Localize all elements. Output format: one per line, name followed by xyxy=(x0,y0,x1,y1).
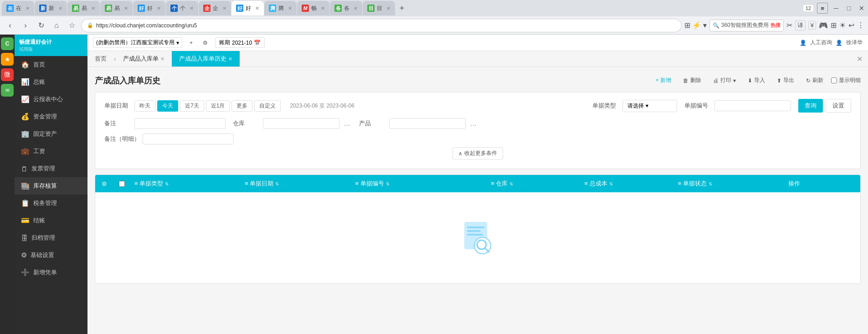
delete-button[interactable]: 🗑 删除 xyxy=(679,74,705,87)
sidebar-icon-3[interactable]: 微 xyxy=(1,68,14,81)
th-checkbox[interactable] xyxy=(113,177,130,190)
translate-icon[interactable]: 译 xyxy=(795,21,806,31)
product-input[interactable] xyxy=(389,118,466,129)
warehouse-dots[interactable]: ... xyxy=(342,119,352,128)
export-button[interactable]: ⬆ 导出 xyxy=(773,74,798,87)
date-btn-today[interactable]: 今天 xyxy=(157,100,178,112)
select-all-checkbox[interactable] xyxy=(119,181,125,187)
date-btn-more[interactable]: 更多 xyxy=(231,100,252,112)
sidebar-item-checkout[interactable]: 💳 结账 xyxy=(15,212,87,229)
period-badge[interactable]: 账期 2021-10 📅 xyxy=(215,37,265,48)
tab-8-close[interactable]: ✕ xyxy=(255,5,259,11)
refresh-button[interactable]: ↻ xyxy=(35,19,47,32)
breadcrumb-tab-1-close[interactable]: ✕ xyxy=(160,56,164,62)
breadcrumb-tab-1[interactable]: 产成品入库单 ✕ xyxy=(116,51,172,67)
tab-list-button[interactable]: ≡ xyxy=(817,3,828,14)
sidebar-icon-4[interactable]: ✉ xyxy=(1,84,14,97)
tab-1[interactable]: 在 在 ✕ xyxy=(2,1,34,15)
sidebar-item-basic[interactable]: ⚙ 基础设置 xyxy=(15,247,87,264)
breadcrumb-tab-2-close[interactable]: ✕ xyxy=(228,56,232,62)
breadcrumb-home[interactable]: 首页 xyxy=(87,51,114,67)
sidebar-item-home[interactable]: 🏠 首页 xyxy=(15,56,87,73)
close-button[interactable]: ✕ xyxy=(857,4,866,13)
tab-5-close[interactable]: ✕ xyxy=(157,5,161,11)
th-doc-type[interactable]: ≡ 单据类型 ⇅ xyxy=(130,176,240,191)
tab-10[interactable]: M 畅 ✕ xyxy=(297,1,329,15)
search-box[interactable]: 🔍 360智能抠图免费用 热搜 xyxy=(709,20,784,31)
sidebar-item-tax[interactable]: 📋 税务管理 xyxy=(15,195,87,212)
notes-detail-input[interactable] xyxy=(143,134,234,144)
lightning-icon[interactable]: ⚡ xyxy=(692,21,701,30)
forward-button[interactable]: › xyxy=(19,19,32,32)
dropdown-icon[interactable]: ▾ xyxy=(703,21,707,30)
refresh-button[interactable]: ↻ 刷新 xyxy=(802,74,827,87)
tab-2[interactable]: 新 新 ✕ xyxy=(35,1,67,15)
date-btn-yesterday[interactable]: 昨天 xyxy=(134,100,155,112)
tab-2-close[interactable]: ✕ xyxy=(58,5,62,11)
tab-7-close[interactable]: ✕ xyxy=(222,5,226,11)
sidebar-item-fund[interactable]: 💰 资金管理 xyxy=(15,108,87,125)
grid-icon[interactable]: ⊞ xyxy=(684,21,690,30)
tab-7[interactable]: 企 企 ✕ xyxy=(199,1,231,15)
new-button[interactable]: + 新增 xyxy=(652,74,675,87)
tab-9[interactable]: 腾 腾 ✕ xyxy=(264,1,297,15)
sidebar-item-new-entry[interactable]: ➕ 新增凭单 xyxy=(15,264,87,281)
th-warehouse[interactable]: ≡ 仓库 ⇅ xyxy=(486,176,580,191)
undo-icon[interactable]: ↩ xyxy=(848,21,854,30)
tab-6[interactable]: 个 个 ✕ xyxy=(166,1,198,15)
sidebar-item-cloud-report[interactable]: 📈 云报表中心 xyxy=(15,91,87,108)
product-dots[interactable]: ... xyxy=(468,119,478,128)
notes-input[interactable] xyxy=(134,118,226,129)
sidebar-item-invoice[interactable]: 🗒 发票管理 xyxy=(15,160,87,177)
th-doc-no[interactable]: ≡ 单据编号 ⇅ xyxy=(350,176,486,191)
sidebar-item-archive[interactable]: 🗄 归档管理 xyxy=(15,229,87,247)
import-button[interactable]: ⬇ 导入 xyxy=(744,74,769,87)
tab-10-close[interactable]: ✕ xyxy=(321,5,325,11)
new-tab-button[interactable]: + xyxy=(395,2,408,15)
tab-6-close[interactable]: ✕ xyxy=(190,5,194,11)
sidebar-item-inventory[interactable]: 🏬 库存核算 xyxy=(15,177,87,195)
tab-5[interactable]: 好 好 ✕ xyxy=(133,1,165,15)
print-button[interactable]: 🖨 打印 ▾ xyxy=(709,74,740,87)
tab-8[interactable]: 好 好 ✕ xyxy=(231,1,264,15)
settings-button[interactable]: ⚙ xyxy=(200,39,211,47)
collapse-button[interactable]: ∧ 收起更多条件 xyxy=(452,147,503,159)
panel-close-btn[interactable]: ✕ xyxy=(857,55,868,63)
doc-no-input[interactable] xyxy=(714,100,791,111)
date-btn-1month[interactable]: 近1月 xyxy=(206,100,230,112)
url-bar[interactable]: 🔒 https://cloud.chanjet.com/accounting/u… xyxy=(81,19,682,32)
tab-1-close[interactable]: ✕ xyxy=(26,5,30,11)
th-total-cost[interactable]: ≡ 总成本 ⇅ xyxy=(580,176,673,191)
game-icon[interactable]: 🎮 xyxy=(819,21,828,30)
currency-icon[interactable]: ¥ xyxy=(808,21,816,30)
tab-4-close[interactable]: ✕ xyxy=(124,5,128,11)
show-detail-input[interactable] xyxy=(831,77,837,83)
close-icon[interactable]: ✕ xyxy=(857,55,863,63)
apps-icon[interactable]: ⊞ xyxy=(831,21,837,30)
menu-icon[interactable]: ⋮ xyxy=(857,21,864,30)
minimize-button[interactable]: ─ xyxy=(832,4,841,13)
tab-11[interactable]: 各 各 ✕ xyxy=(330,1,362,15)
home-button[interactable]: ⌂ xyxy=(50,19,63,32)
sidebar-icon-2[interactable]: ★ xyxy=(1,53,14,66)
doc-type-select[interactable]: 请选择 ▾ xyxy=(622,100,677,112)
tab-3[interactable]: 易 易 ✕ xyxy=(67,1,100,15)
warehouse-input[interactable] xyxy=(263,118,339,129)
date-btn-custom[interactable]: 自定义 xyxy=(254,100,281,112)
query-button[interactable]: 查询 xyxy=(798,99,823,113)
filter-settings-button[interactable]: 设置 xyxy=(826,99,851,113)
company-selector[interactable]: (勿删勿禁用）江西服宝测试专用 ▾ xyxy=(93,37,182,48)
date-btn-7days[interactable]: 近7天 xyxy=(180,100,204,112)
sun-icon[interactable]: ☀ xyxy=(839,21,846,30)
app-logo[interactable]: C xyxy=(1,37,14,50)
tab-12-close[interactable]: ✕ xyxy=(386,5,390,11)
maximize-button[interactable]: □ xyxy=(844,4,853,13)
th-doc-date[interactable]: ≡ 单据日期 ⇅ xyxy=(240,176,350,191)
sidebar-item-salary[interactable]: 💼 工资 xyxy=(15,143,87,160)
tab-12[interactable]: 目 目 ✕ xyxy=(363,1,395,15)
th-doc-status[interactable]: ≡ 单据状态 ⇅ xyxy=(673,176,784,191)
back-button[interactable]: ‹ xyxy=(4,19,16,32)
sidebar-item-ledger[interactable]: 📊 总账 xyxy=(15,73,87,91)
user-service-label[interactable]: 人工咨询 xyxy=(810,39,832,46)
breadcrumb-tab-2[interactable]: 产成品入库单历史 ✕ xyxy=(172,51,240,67)
